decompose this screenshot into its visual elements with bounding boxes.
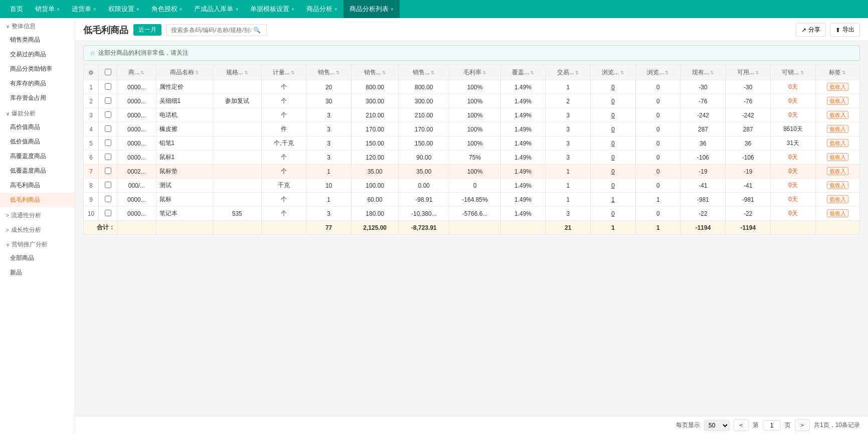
sidebar-group-overall[interactable]: ∨ 整体信息	[0, 18, 75, 33]
margin-column-header[interactable]: 毛利率⇅	[449, 65, 500, 80]
row-saleable: 0天	[771, 108, 816, 122]
sidebar-group-growth[interactable]: > 成长性分析	[0, 222, 75, 236]
nav-close-icon[interactable]: ×	[391, 7, 394, 12]
sidebar-group-label: 爆款分析	[12, 109, 36, 118]
row-sales-profit: 800.00	[399, 80, 449, 94]
row-current: -981	[680, 193, 726, 207]
spec-column-header[interactable]: 规格...⇅	[213, 65, 261, 80]
sales-count-column-header[interactable]: 销售...⇅	[306, 65, 352, 80]
row-checkbox[interactable]	[99, 207, 117, 221]
row-checkbox[interactable]	[99, 165, 117, 179]
sidebar-group-liquidity[interactable]: > 流通性分析	[0, 207, 75, 222]
sidebar-item-high-value[interactable]: 高价值商品	[0, 120, 75, 134]
sidebar-item-category-sales-rate[interactable]: 商品分类助销率	[0, 62, 75, 76]
row-views2: 0	[635, 165, 680, 179]
sidebar-group-hot-products[interactable]: ∨ 爆款分析	[0, 105, 75, 120]
views2-column-header[interactable]: 浏览...⇅	[635, 65, 680, 80]
nav-product-analysis-list[interactable]: 商品分析列表 ×	[343, 0, 400, 18]
nav-product-analysis[interactable]: 商品分析 ×	[300, 0, 343, 18]
share-button[interactable]: ↗ 分享	[796, 23, 826, 37]
nav-close-icon[interactable]: ×	[57, 7, 60, 12]
sidebar-item-low-coverage[interactable]: 低覆盖度商品	[0, 164, 75, 178]
time-filter-button[interactable]: 近一月	[133, 24, 161, 36]
row-checkbox[interactable]	[99, 193, 117, 207]
current-column-header[interactable]: 现有...⇅	[680, 65, 726, 80]
code-column-header[interactable]: 商...⇅	[117, 65, 156, 80]
row-number: 6	[84, 151, 99, 165]
row-checkbox[interactable]	[99, 80, 117, 94]
row-views1[interactable]: 0	[591, 207, 636, 221]
expand-icon: >	[6, 227, 9, 233]
nav-close-icon[interactable]: ×	[235, 7, 238, 12]
next-page-button[interactable]: ＞	[795, 419, 810, 431]
row-views1[interactable]: 0	[591, 165, 636, 179]
page-size-select[interactable]: 20 50 100	[704, 420, 730, 431]
name-column-header[interactable]: 商品名称⇅	[156, 65, 213, 80]
sales-amount-column-header[interactable]: 销售...⇅	[352, 65, 399, 80]
nav-permission-settings[interactable]: 权限设置 ×	[102, 0, 145, 18]
row-sales-amount: 150.00	[352, 136, 399, 151]
row-views1[interactable]: 0	[591, 179, 636, 193]
page-input[interactable]	[763, 420, 781, 430]
row-checkbox[interactable]	[99, 136, 117, 151]
coverage-column-header[interactable]: 覆盖...⇅	[500, 65, 546, 80]
row-checkbox[interactable]	[99, 94, 117, 108]
nav-close-icon[interactable]: ×	[136, 7, 139, 12]
nav-template-settings[interactable]: 单据模板设置 ×	[244, 0, 300, 18]
row-views1[interactable]: 0	[591, 80, 636, 94]
checkbox-column-header[interactable]	[99, 65, 117, 80]
nav-close-icon[interactable]: ×	[291, 7, 294, 12]
nav-role-auth[interactable]: 角色授权 ×	[145, 0, 189, 18]
available-column-header[interactable]: 可用...⇅	[726, 65, 771, 80]
row-views1[interactable]: 1	[591, 193, 636, 207]
sidebar-item-high-margin[interactable]: 高毛利商品	[0, 178, 75, 193]
sales-profit-column-header[interactable]: 销售...⇅	[399, 65, 449, 80]
row-views1[interactable]: 0	[591, 122, 636, 136]
nav-home[interactable]: 首页	[4, 0, 29, 18]
row-checkbox[interactable]	[99, 179, 117, 193]
export-button[interactable]: ⬆ 导出	[830, 23, 860, 37]
row-checkbox[interactable]	[99, 151, 117, 165]
row-views1[interactable]: 0	[591, 108, 636, 122]
select-all-checkbox[interactable]	[105, 69, 111, 75]
sidebar-item-in-stock-products[interactable]: 有库存的商品	[0, 76, 75, 91]
sidebar-item-low-margin[interactable]: 低毛利商品	[0, 193, 75, 207]
row-spec	[213, 122, 261, 136]
row-current: -22	[680, 207, 726, 221]
unit-column-header[interactable]: 计量...⇅	[261, 65, 306, 80]
row-views1[interactable]: 0	[591, 136, 636, 151]
row-code: 0000...	[117, 193, 156, 207]
expand-icon: ∨	[6, 242, 10, 247]
alert-icon: ☆	[90, 50, 95, 57]
sidebar-item-all-products[interactable]: 全部商品	[0, 251, 75, 265]
row-sales-profit: 150.00	[399, 136, 449, 151]
tag-column-header[interactable]: 标签⇅	[815, 65, 859, 80]
sidebar-item-high-coverage[interactable]: 高覆盖度商品	[0, 149, 75, 164]
nav-close-icon[interactable]: ×	[93, 7, 96, 12]
transactions-column-header[interactable]: 交易...⇅	[546, 65, 591, 80]
search-input[interactable]	[171, 27, 251, 34]
nav-purchase-order[interactable]: 进货单 ×	[66, 0, 102, 18]
views1-column-header[interactable]: 浏览...⇅	[591, 65, 636, 80]
search-icon[interactable]: 🔍	[253, 27, 261, 34]
nav-product-warehousing[interactable]: 产成品入库单 ×	[188, 0, 244, 18]
settings-column-header[interactable]: ⚙	[84, 65, 99, 80]
row-views1[interactable]: 0	[591, 94, 636, 108]
saleable-column-header[interactable]: 可销...⇅	[771, 65, 816, 80]
row-coverage: 1.49%	[500, 193, 546, 207]
prev-page-button[interactable]: ＜	[734, 419, 749, 431]
sidebar-item-low-value[interactable]: 低价值商品	[0, 134, 75, 149]
row-checkbox[interactable]	[99, 108, 117, 122]
sidebar-item-sales-products[interactable]: 销售类商品	[0, 33, 75, 47]
sidebar-group-marketing[interactable]: ∨ 营销推广分析	[0, 236, 75, 251]
sidebar-item-inventory-capital[interactable]: 库存资金占用	[0, 91, 75, 105]
row-checkbox[interactable]	[99, 122, 117, 136]
nav-close-icon[interactable]: ×	[334, 7, 337, 12]
sidebar-item-traded-products[interactable]: 交易过的商品	[0, 47, 75, 62]
nav-close-icon[interactable]: ×	[180, 7, 183, 12]
row-transactions: 3	[546, 122, 591, 136]
nav-sales-order[interactable]: 销货单 ×	[29, 0, 66, 18]
sidebar-item-new-products[interactable]: 新品	[0, 265, 75, 280]
row-views1[interactable]: 0	[591, 151, 636, 165]
row-available: -76	[726, 94, 771, 108]
